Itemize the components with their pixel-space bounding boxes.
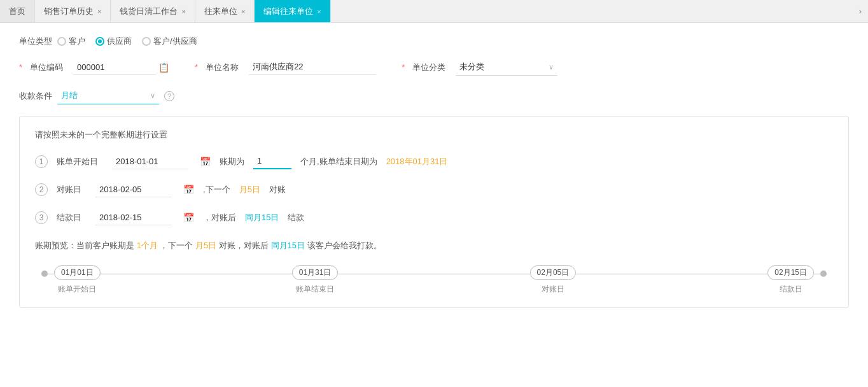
unit-type-row: 单位类型 客户 供应商 客户/供应商 — [19, 36, 849, 47]
radio-supplier-label: 供应商 — [107, 36, 132, 47]
timeline-node-2: 02月05日 对账日 — [530, 265, 577, 295]
unit-category-select[interactable]: 未分类 ∨ — [456, 59, 557, 76]
payment-terms-label: 收款条件 — [19, 90, 52, 102]
unit-code-required: * — [19, 62, 22, 72]
step-3-calendar-icon[interactable]: 📅 — [183, 213, 194, 223]
unit-category-value: 未分类 — [459, 61, 545, 73]
unit-code-label: 单位编码 — [30, 62, 63, 73]
preview-part3-suffix: 该客户会给我打款。 — [307, 241, 382, 250]
main-content: 单位类型 客户 供应商 客户/供应商 * 单位编码 📋 — [0, 23, 868, 387]
unit-type-label: 单位类型 — [19, 36, 52, 47]
step-3-row: 3 结款日 📅 ，对账后 同月15日 结款 — [35, 210, 833, 225]
timeline-badge-1: 01月31日 — [292, 265, 339, 280]
radio-customer-label: 客户 — [69, 36, 85, 47]
timeline-label-0: 账单开始日 — [58, 284, 96, 295]
payment-terms-select[interactable]: 月结 ∨ — [57, 87, 159, 104]
radio-supplier[interactable]: 供应商 — [95, 36, 132, 47]
step-1-num: 1 — [35, 155, 48, 168]
radio-customer[interactable]: 客户 — [57, 36, 85, 47]
radio-supplier-circle — [95, 37, 104, 46]
unit-code-group: * 单位编码 📋 — [19, 60, 169, 75]
unit-code-copy-icon[interactable]: 📋 — [158, 62, 169, 73]
tab-partner-units[interactable]: 往来单位 × — [195, 0, 255, 22]
timeline-node-0: 01月01日 账单开始日 — [54, 265, 101, 295]
step-2-desc-prefix: ,下一个 — [203, 184, 230, 195]
timeline-label-3: 结款日 — [780, 284, 802, 295]
step-1-row: 1 账单开始日 📅 账期为 个月,账单结束日期为 2018年01月31日 — [35, 153, 833, 169]
unit-name-input-wrap — [249, 60, 376, 75]
tab-edit-partner-label: 编辑往来单位 — [263, 6, 313, 17]
unit-fields-row: * 单位编码 📋 * 单位名称 * 单位分类 未分类 ∨ — [19, 59, 849, 76]
unit-name-input[interactable] — [249, 60, 376, 75]
step-2-label: 对账日 — [57, 184, 81, 195]
tab-home[interactable]: 首页 — [0, 0, 35, 22]
unit-code-input-wrap: 📋 — [73, 60, 169, 75]
radio-both-circle — [142, 37, 151, 46]
step-3-desc-prefix: ，对账后 — [203, 212, 236, 223]
step-1-calendar-icon[interactable]: 📅 — [200, 157, 211, 167]
unit-category-group: * 单位分类 未分类 ∨ — [402, 59, 557, 76]
step-2-calendar-icon[interactable]: 📅 — [183, 185, 194, 195]
radio-both-label: 客户/供应商 — [153, 36, 197, 47]
unit-type-radio-group: 客户 供应商 客户/供应商 — [57, 36, 197, 47]
preview-text: 账期预览：当前客户账期是 1个月 ，下一个 月5日 对账，对账后 同月15日 该… — [35, 238, 833, 253]
step-1-label: 账单开始日 — [57, 156, 98, 167]
step-2-desc-suffix: 对账 — [269, 184, 286, 195]
timeline: 01月01日 账单开始日 01月31日 账单结束日 02月05日 对账日 02月… — [35, 265, 833, 295]
timeline-label-1: 账单结束日 — [296, 284, 334, 295]
step-2-row: 2 对账日 📅 ,下一个 月5日 对账 — [35, 182, 833, 197]
preview-part2: 月5日 — [195, 241, 216, 250]
preview-prefix: 账期预览：当前客户账期是 — [35, 241, 134, 250]
unit-category-required: * — [402, 62, 405, 72]
step-1-period-end: 2018年01月31日 — [386, 156, 448, 167]
timeline-node-1: 01月31日 账单结束日 — [292, 265, 339, 295]
preview-part2-suffix: 对账，对账后 — [219, 241, 269, 250]
timeline-badge-2: 02月05日 — [530, 265, 577, 280]
preview-part3: 同月15日 — [271, 241, 305, 250]
tab-sales-history-label: 销售订单历史 — [44, 6, 94, 17]
settings-panel: 请按照未来的一个完整帐期进行设置 1 账单开始日 📅 账期为 个月,账单结束日期… — [19, 116, 849, 308]
timeline-badge-3: 02月15日 — [767, 265, 814, 280]
tab-edit-partner[interactable]: 编辑往来单位 × — [255, 0, 330, 22]
step-2-num: 2 — [35, 183, 48, 196]
step-3-num: 3 — [35, 211, 48, 224]
chevron-right-icon: › — [859, 6, 862, 16]
step-1-period-prefix: 账期为 — [220, 156, 244, 167]
step-1-period-input[interactable] — [253, 153, 291, 169]
step-1-date-input[interactable] — [112, 154, 188, 169]
unit-category-label: 单位分类 — [412, 62, 445, 73]
tab-bar: 首页 销售订单历史 × 钱货日清工作台 × 往来单位 × 编辑往来单位 × › — [0, 0, 868, 23]
step-2-desc-highlight: 月5日 — [239, 184, 260, 195]
timeline-nodes: 01月01日 账单开始日 01月31日 账单结束日 02月05日 对账日 02月… — [41, 265, 827, 295]
help-icon[interactable]: ? — [164, 91, 174, 101]
timeline-node-3: 02月15日 结款日 — [767, 265, 814, 295]
preview-part1: 1个月 — [137, 241, 158, 250]
help-icon-label: ? — [167, 92, 171, 100]
unit-name-required: * — [195, 62, 198, 72]
unit-name-label: 单位名称 — [206, 62, 239, 73]
tab-expander[interactable]: › — [853, 0, 868, 22]
step-2-date-input[interactable] — [95, 182, 172, 197]
timeline-label-2: 对账日 — [542, 284, 564, 295]
tab-sales-history[interactable]: 销售订单历史 × — [35, 0, 111, 22]
tab-cash-ledger[interactable]: 钱货日清工作台 × — [111, 0, 195, 22]
radio-both[interactable]: 客户/供应商 — [142, 36, 197, 47]
tab-cash-ledger-close[interactable]: × — [181, 8, 185, 15]
tab-home-label: 首页 — [9, 6, 25, 17]
step-3-label: 结款日 — [57, 212, 81, 223]
unit-category-chevron-icon: ∨ — [549, 63, 554, 71]
tab-partner-units-close[interactable]: × — [241, 8, 245, 15]
step-1-period-unit: 个月,账单结束日期为 — [300, 156, 377, 167]
payment-terms-row: 收款条件 月结 ∨ ? — [19, 87, 849, 104]
step-3-desc-suffix: 结款 — [288, 212, 304, 223]
payment-terms-chevron-icon: ∨ — [150, 92, 155, 100]
timeline-badge-0: 01月01日 — [54, 265, 101, 280]
panel-title: 请按照未来的一个完整帐期进行设置 — [35, 129, 833, 141]
tab-sales-history-close[interactable]: × — [97, 8, 101, 15]
preview-part1-suffix: ，下一个 — [160, 241, 193, 250]
radio-customer-circle — [57, 37, 66, 46]
unit-code-input[interactable] — [73, 60, 156, 75]
tab-edit-partner-close[interactable]: × — [317, 8, 321, 15]
tab-partner-units-label: 往来单位 — [204, 6, 237, 17]
step-3-date-input[interactable] — [95, 210, 172, 225]
